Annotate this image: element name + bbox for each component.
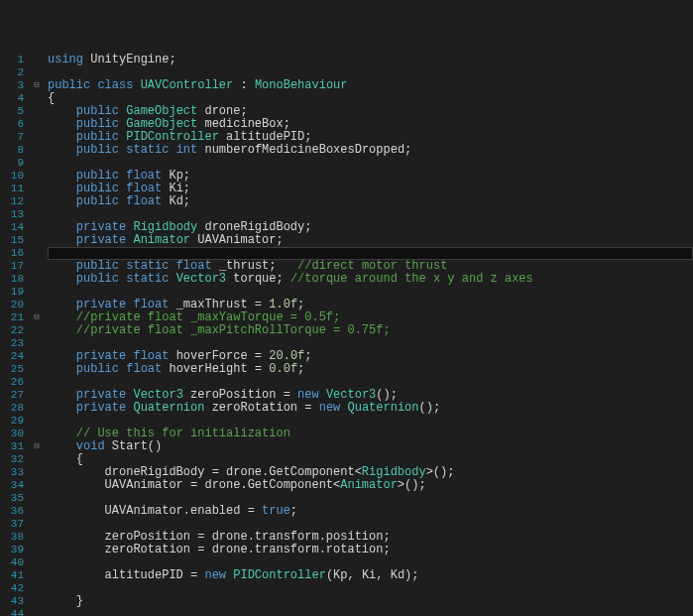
fold-toggle bbox=[30, 595, 44, 608]
line-number: 1 bbox=[0, 54, 30, 66]
fold-toggle bbox=[30, 569, 44, 582]
fold-toggle bbox=[30, 234, 44, 247]
code-line[interactable]: public float hoverHeight = 0.0f; bbox=[48, 363, 693, 376]
fold-toggle bbox=[30, 363, 44, 376]
fold-toggle bbox=[30, 118, 44, 131]
line-number: 11 bbox=[0, 183, 30, 195]
fold-toggle bbox=[30, 183, 44, 195]
code-line[interactable]: zeroRotation = drone.transform.rotation; bbox=[48, 544, 693, 556]
code-line[interactable]: using UnityEngine; bbox=[48, 54, 693, 66]
fold-toggle bbox=[30, 170, 44, 183]
fold-toggle bbox=[30, 376, 44, 389]
line-number: 33 bbox=[0, 466, 30, 479]
code-line[interactable]: public class UAVController : MonoBehavio… bbox=[48, 79, 693, 92]
line-number: 28 bbox=[0, 402, 30, 415]
fold-toggle bbox=[30, 479, 44, 492]
fold-toggle bbox=[30, 299, 44, 311]
fold-toggle bbox=[30, 273, 44, 286]
fold-toggle bbox=[30, 208, 44, 221]
line-number: 6 bbox=[0, 118, 30, 131]
code-line[interactable]: altitudePID = new PIDController(Kp, Ki, … bbox=[48, 569, 693, 582]
code-line[interactable]: private Quaternion zeroRotation = new Qu… bbox=[48, 402, 693, 415]
fold-toggle[interactable]: ⊟ bbox=[30, 79, 44, 92]
fold-toggle bbox=[30, 402, 44, 415]
line-number: 21 bbox=[0, 311, 30, 324]
line-number: 18 bbox=[0, 273, 30, 286]
line-number: 41 bbox=[0, 569, 30, 582]
fold-toggle bbox=[30, 144, 44, 157]
fold-toggle bbox=[30, 453, 44, 466]
line-number: 43 bbox=[0, 595, 30, 608]
code-line[interactable]: public static int numberofMedicineBoxesD… bbox=[48, 144, 693, 157]
code-line[interactable]: UAVAnimator = drone.GetComponent<Animato… bbox=[48, 479, 693, 492]
line-number: 20 bbox=[0, 299, 30, 311]
fold-toggle bbox=[30, 247, 44, 260]
fold-toggle bbox=[30, 505, 44, 518]
line-number: 8 bbox=[0, 144, 30, 157]
line-number: 29 bbox=[0, 415, 30, 428]
fold-toggle[interactable]: ⊟ bbox=[30, 440, 44, 453]
code-line[interactable]: public float Kd; bbox=[48, 195, 693, 208]
line-number: 35 bbox=[0, 492, 30, 505]
fold-column[interactable]: ⊟⊟⊟⊟ bbox=[30, 52, 44, 616]
line-number: 26 bbox=[0, 376, 30, 389]
fold-toggle bbox=[30, 531, 44, 544]
line-number: 40 bbox=[0, 556, 30, 569]
fold-toggle[interactable]: ⊟ bbox=[30, 311, 44, 324]
fold-toggle bbox=[30, 428, 44, 440]
fold-toggle bbox=[30, 105, 44, 118]
fold-toggle bbox=[30, 324, 44, 337]
line-number: 34 bbox=[0, 479, 30, 492]
code-area[interactable]: using UnityEngine;public class UAVContro… bbox=[44, 52, 693, 616]
code-line[interactable]: public static Vector3 torque; //torque a… bbox=[48, 273, 693, 286]
line-number: 5 bbox=[0, 105, 30, 118]
code-line[interactable]: } bbox=[48, 595, 693, 608]
fold-toggle bbox=[30, 286, 44, 299]
fold-toggle bbox=[30, 221, 44, 234]
line-number: 23 bbox=[0, 337, 30, 350]
code-line[interactable] bbox=[48, 608, 693, 616]
fold-toggle bbox=[30, 466, 44, 479]
line-number: 27 bbox=[0, 389, 30, 402]
line-number: 17 bbox=[0, 260, 30, 273]
code-line[interactable]: //private float _maxPitchRollTorque = 0.… bbox=[48, 324, 693, 337]
line-number: 7 bbox=[0, 131, 30, 144]
code-line[interactable]: UAVAnimator.enabled = true; bbox=[48, 505, 693, 518]
line-number: 24 bbox=[0, 350, 30, 363]
fold-toggle bbox=[30, 544, 44, 556]
line-number: 22 bbox=[0, 324, 30, 337]
line-number: 15 bbox=[0, 234, 30, 247]
line-number: 36 bbox=[0, 505, 30, 518]
code-line[interactable]: void Start() bbox=[48, 440, 693, 453]
line-number: 30 bbox=[0, 428, 30, 440]
line-number: 10 bbox=[0, 170, 30, 183]
line-number: 12 bbox=[0, 195, 30, 208]
line-number: 19 bbox=[0, 286, 30, 299]
fold-toggle bbox=[30, 556, 44, 569]
line-number: 42 bbox=[0, 582, 30, 595]
fold-toggle bbox=[30, 195, 44, 208]
line-number: 25 bbox=[0, 363, 30, 376]
fold-toggle bbox=[30, 337, 44, 350]
fold-toggle bbox=[30, 608, 44, 616]
line-number: 37 bbox=[0, 518, 30, 531]
line-number-gutter: 1234567891011121314151617181920212223242… bbox=[0, 52, 30, 616]
line-number: 16 bbox=[0, 247, 30, 260]
fold-toggle bbox=[30, 518, 44, 531]
fold-toggle bbox=[30, 260, 44, 273]
line-number: 31 bbox=[0, 440, 30, 453]
fold-toggle bbox=[30, 389, 44, 402]
line-number: 4 bbox=[0, 92, 30, 105]
fold-toggle bbox=[30, 350, 44, 363]
line-number: 14 bbox=[0, 221, 30, 234]
fold-toggle bbox=[30, 582, 44, 595]
line-number: 32 bbox=[0, 453, 30, 466]
fold-toggle bbox=[30, 92, 44, 105]
line-number: 9 bbox=[0, 157, 30, 170]
code-line[interactable]: private Animator UAVAnimator; bbox=[48, 234, 693, 247]
code-line[interactable] bbox=[48, 582, 693, 595]
fold-toggle bbox=[30, 66, 44, 79]
line-number: 44 bbox=[0, 608, 30, 616]
line-number: 2 bbox=[0, 66, 30, 79]
code-editor[interactable]: 1234567891011121314151617181920212223242… bbox=[0, 52, 693, 616]
